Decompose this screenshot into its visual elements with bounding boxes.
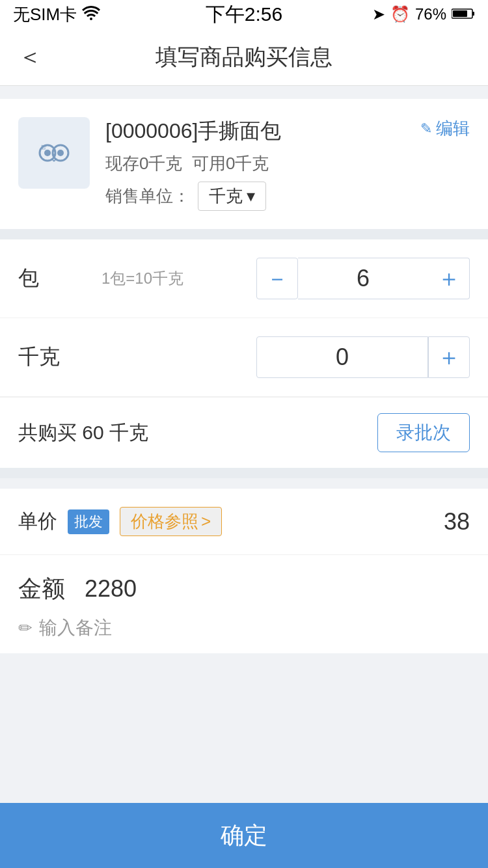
amount-note-row[interactable]: ✏ 输入备注 [18, 616, 470, 640]
bag-label: 包 [18, 264, 96, 293]
price-label: 单价 [18, 508, 57, 535]
bag-decrement-button[interactable]: － [256, 258, 298, 299]
svg-rect-1 [472, 12, 474, 16]
edit-button[interactable]: ✎ 编辑 [420, 117, 470, 140]
section-divider-2 [0, 468, 488, 478]
bag-qty-control: － ＋ [256, 258, 470, 299]
kg-qty-input[interactable] [256, 336, 428, 378]
product-name: [0000006]手撕面包 [105, 117, 470, 146]
status-right: ➤ ⏰ 76% [372, 5, 475, 23]
amount-row: 金额 2280 [18, 573, 470, 605]
amount-value: 2280 [85, 575, 137, 602]
amount-label: 金额 [18, 575, 65, 602]
product-unit-row: 销售单位： 千克 ▾ [105, 182, 470, 211]
bag-increment-button[interactable]: ＋ [428, 258, 470, 299]
nav-bar: ＜ 填写商品购买信息 [0, 29, 488, 86]
total-text: 共购买 60 千克 [18, 420, 377, 446]
chevron-down-icon: ▾ [247, 186, 255, 206]
svg-point-6 [57, 150, 64, 156]
note-placeholder: 输入备注 [39, 616, 112, 640]
kg-label: 千克 [18, 343, 96, 372]
svg-rect-2 [453, 10, 467, 17]
kg-input-row: 千克 ＋ [0, 318, 488, 397]
battery-text: 76% [415, 5, 446, 23]
kg-increment-button[interactable]: ＋ [428, 336, 470, 378]
carrier-text: 无SIM卡 [13, 3, 77, 26]
svg-text:智: 智 [41, 144, 46, 150]
price-value: 38 [444, 508, 470, 536]
product-card: 智 [0000006]手撕面包 现存0千克 可用0千克 销售单位： 千克 ▾ ✎… [0, 99, 488, 229]
product-logo: 智 [34, 140, 74, 166]
edit-icon: ✎ [420, 120, 432, 137]
status-time: 下午2:56 [206, 1, 282, 28]
nav-title: 填写商品购买信息 [156, 42, 332, 72]
confirm-bar[interactable]: 确定 [0, 803, 488, 868]
batch-button[interactable]: 录批次 [377, 413, 470, 452]
price-ref-label: 价格参照 [131, 510, 198, 533]
pencil-icon: ✏ [18, 618, 33, 638]
total-row: 共购买 60 千克 录批次 [0, 397, 488, 468]
alarm-icon: ⏰ [390, 5, 410, 23]
section-divider-1 [0, 229, 488, 239]
status-bar: 无SIM卡 下午2:56 ➤ ⏰ 76% [0, 0, 488, 29]
unit-label: 销售单位： [105, 185, 190, 208]
bag-qty-input[interactable] [298, 258, 428, 299]
product-stock: 现存0千克 可用0千克 [105, 152, 470, 175]
svg-point-5 [44, 150, 51, 156]
price-ref-button[interactable]: 价格参照 > [120, 507, 222, 536]
location-icon: ➤ [372, 5, 385, 23]
bag-input-row: 包 1包=10千克 － ＋ [0, 239, 488, 318]
unit-select[interactable]: 千克 ▾ [198, 182, 266, 211]
kg-qty-control: ＋ [256, 336, 470, 378]
confirm-button[interactable]: 确定 [221, 820, 267, 852]
price-row: 单价 批发 价格参照 > 38 [18, 507, 470, 536]
bag-sublabel: 1包=10千克 [102, 268, 183, 289]
status-left: 无SIM卡 [13, 3, 100, 26]
price-section: 单价 批发 价格参照 > 38 [0, 489, 488, 555]
wifi-icon [82, 5, 100, 25]
product-image: 智 [18, 117, 90, 189]
input-section: 包 1包=10千克 － ＋ 千克 ＋ 共购买 60 千克 录批次 [0, 239, 488, 468]
back-button[interactable]: ＜ [18, 41, 42, 73]
product-info: [0000006]手撕面包 现存0千克 可用0千克 销售单位： 千克 ▾ [105, 117, 470, 211]
amount-section: 金额 2280 ✏ 输入备注 [0, 555, 488, 653]
price-ref-arrow: > [201, 511, 211, 532]
price-badge: 批发 [68, 509, 109, 534]
battery-icon [452, 5, 475, 23]
